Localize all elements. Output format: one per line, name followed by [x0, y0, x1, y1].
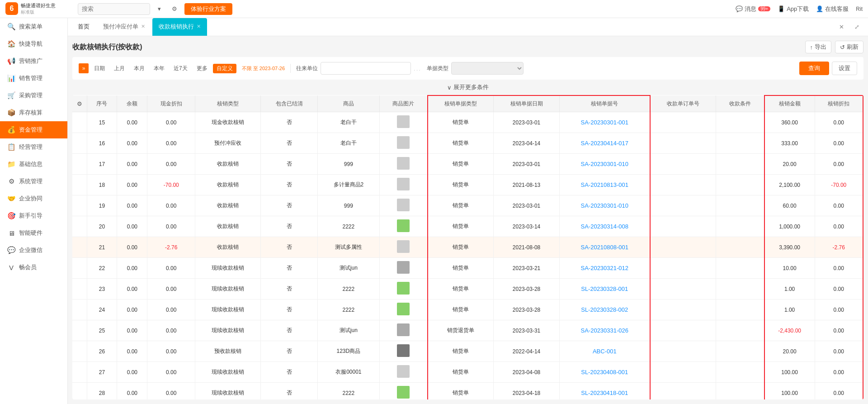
- cell-wo-amount: 333.00: [764, 133, 815, 154]
- tab-maximize[interactable]: ⤢: [851, 21, 863, 33]
- sidebar-label-7: 经营管理: [19, 143, 42, 151]
- cell-goods-img: [379, 258, 428, 279]
- sidebar-item-6[interactable]: 💰资金管理: [0, 121, 67, 138]
- expand-conditions-btn[interactable]: ∨ 展开更多条件: [447, 83, 489, 91]
- app-download-btn[interactable]: 📱 App下载: [778, 5, 809, 13]
- bill-no-link[interactable]: SL-20230328-002: [581, 306, 628, 313]
- table-row[interactable]: 17 0.00 0.00 收款核销 否 999 销货单 2023-03-01 S…: [72, 154, 863, 175]
- bill-no-link[interactable]: SL-20230418-001: [581, 390, 628, 396]
- bill-type-select[interactable]: [451, 62, 524, 75]
- table-row[interactable]: 15 0.00 0.00 现金收款核销 否 老白干 销货单 2023-03-01…: [72, 112, 863, 133]
- cell-wo-bill-date: 2023-04-08: [494, 362, 559, 383]
- sidebar-label-4: 采购管理: [19, 91, 42, 100]
- messages-btn[interactable]: 💬 消息 99+: [736, 5, 770, 13]
- date-btn-7days[interactable]: 近7天: [170, 64, 191, 73]
- bill-no-link[interactable]: SA-20230301-001: [581, 119, 629, 126]
- table-row[interactable]: 22 0.00 0.00 现续收款核销 否 测试jun 销货单 2023-03-…: [72, 258, 863, 279]
- data-table: ⚙ 序号 余额 现金折扣 核销类型 包含已结清 商品 商品图片 核销单据类型 核…: [72, 95, 863, 399]
- settings-icon[interactable]: ⚙: [168, 3, 181, 15]
- sidebar-item-0[interactable]: 🔍搜索菜单: [0, 18, 67, 35]
- bill-no-link[interactable]: SA-20230321-012: [581, 265, 629, 271]
- cell-settings: [72, 362, 87, 383]
- table-row[interactable]: 16 0.00 0.00 预付冲应收 否 老白干 销货单 2023-04-14 …: [72, 133, 863, 154]
- industry-btn[interactable]: 体验行业方案: [184, 3, 232, 15]
- table-row[interactable]: 21 0.00 -2.76 收款核销 否 测试多属性 销货单 2021-08-0…: [72, 237, 863, 258]
- dropdown-icon[interactable]: ▾: [154, 4, 165, 14]
- bill-no-link[interactable]: SA-20210813-001: [581, 181, 629, 188]
- bill-no-link[interactable]: SA-20230301-010: [581, 161, 629, 167]
- expand-label: 展开更多条件: [453, 83, 489, 91]
- tab-prepay-close[interactable]: ✕: [141, 24, 145, 29]
- tab-close-window[interactable]: ✕: [835, 21, 847, 33]
- table-row[interactable]: 28 0.00 0.00 现续收款核销 否 2222 销货单 2023-04-1…: [72, 383, 863, 400]
- bill-no-link[interactable]: SL-20230328-001: [581, 285, 628, 292]
- cell-receipt-cond: [716, 362, 764, 383]
- cell-goods: 2222: [318, 299, 380, 320]
- bill-no-link[interactable]: SA-20230314-008: [581, 223, 629, 230]
- refresh-btn[interactable]: ↺ 刷新: [835, 41, 863, 53]
- sidebar-item-3[interactable]: 📊销售管理: [0, 70, 67, 87]
- table-row[interactable]: 18 0.00 -70.00 收款核销 否 多计量商品2 销货单 2021-08…: [72, 175, 863, 195]
- sidebar-item-10[interactable]: 🤝企业协同: [0, 190, 67, 207]
- table-row[interactable]: 19 0.00 0.00 收款核销 否 999 销货单 2023-03-01 S…: [72, 195, 863, 216]
- cell-receipt-order: [650, 154, 716, 175]
- bill-no-link[interactable]: SA-20230301-010: [581, 202, 629, 209]
- top-search-input[interactable]: [78, 3, 150, 15]
- cell-receipt-order: [650, 362, 716, 383]
- date-btn-this-month[interactable]: 本月: [130, 64, 148, 73]
- app-logo: 6: [5, 2, 18, 15]
- filter-expand-arrow[interactable]: »: [79, 63, 89, 73]
- date-btn-more[interactable]: 更多: [193, 64, 211, 73]
- query-btn[interactable]: 查询: [799, 62, 829, 75]
- sidebar-item-12[interactable]: 🖥智能硬件: [0, 224, 67, 242]
- bill-no-link[interactable]: SA-20210808-001: [581, 244, 629, 251]
- bill-no-link[interactable]: SA-20230331-026: [581, 327, 629, 334]
- cell-wo-amount: 1.00: [764, 279, 815, 299]
- sidebar-item-13[interactable]: 💬企业微信: [0, 242, 67, 259]
- tab-writeoff[interactable]: 收款核销执行 ✕: [152, 18, 207, 36]
- date-btn-custom[interactable]: 自定义: [213, 64, 236, 73]
- cell-writeoff-type: 现金收款核销: [195, 112, 261, 133]
- cell-wo-bill-date: 2023-03-01: [494, 195, 559, 216]
- user-name[interactable]: Rit: [856, 6, 863, 12]
- bill-no-link[interactable]: SA-20230414-017: [581, 140, 629, 147]
- cell-included-cleared: 否: [261, 154, 318, 175]
- cell-receipt-cond: [716, 195, 764, 216]
- sidebar-item-11[interactable]: 🎯新手引导: [0, 207, 67, 224]
- sidebar-item-4[interactable]: 🛒采购管理: [0, 87, 67, 104]
- th-receipt-order: 收款单订单号: [650, 95, 716, 112]
- table-row[interactable]: 27 0.00 0.00 现续收款核销 否 衣服00001 销货单 2023-0…: [72, 362, 863, 383]
- date-btn-this-year[interactable]: 本年: [150, 64, 168, 73]
- cell-included-cleared: 否: [261, 383, 318, 400]
- cell-cash-discount: 0.00: [147, 320, 195, 341]
- export-btn[interactable]: ↑ 导出: [805, 41, 832, 53]
- sidebar-icon-0: 🔍: [7, 23, 15, 31]
- sidebar-item-8[interactable]: 📁基础信息: [0, 156, 67, 173]
- setting-btn[interactable]: 设置: [832, 62, 857, 75]
- bill-no-link[interactable]: SL-20230408-001: [581, 369, 628, 375]
- cell-receipt-order: [650, 279, 716, 299]
- sidebar-item-5[interactable]: 📦库存核算: [0, 104, 67, 121]
- tab-home[interactable]: 首页: [71, 18, 96, 36]
- sidebar-item-14[interactable]: V畅会员: [0, 259, 67, 276]
- table-row[interactable]: 24 0.00 0.00 现续收款核销 否 2222 销货单 2023-03-2…: [72, 299, 863, 320]
- online-service-btn[interactable]: 👤 在线客服: [816, 5, 849, 13]
- table-row[interactable]: 25 0.00 0.00 现续收款核销 否 测试jun 销货退货单 2023-0…: [72, 320, 863, 341]
- col-settings[interactable]: ⚙: [72, 95, 87, 112]
- date-btn-last-month[interactable]: 上月: [110, 64, 128, 73]
- table-row[interactable]: 26 0.00 0.00 预收款核销 否 123D商品 销货单 2022-04-…: [72, 341, 863, 362]
- bill-no-link[interactable]: ABC-001: [593, 348, 617, 355]
- partner-input[interactable]: [321, 62, 411, 75]
- sidebar-item-1[interactable]: 🏠快捷导航: [0, 35, 67, 52]
- sidebar-label-2: 营销推广: [19, 57, 42, 65]
- sidebar-label-3: 销售管理: [19, 74, 42, 82]
- sidebar-item-7[interactable]: 📋经营管理: [0, 138, 67, 156]
- table-row[interactable]: 20 0.00 0.00 收款核销 否 2222 销货单 2023-03-14 …: [72, 216, 863, 237]
- date-label: 日期: [94, 65, 105, 72]
- sidebar-item-2[interactable]: 📢营销推广: [0, 52, 67, 70]
- tab-prepay[interactable]: 预付冲应付单 ✕: [97, 18, 151, 36]
- sidebar-icon-7: 📋: [7, 143, 15, 151]
- table-row[interactable]: 23 0.00 0.00 现续收款核销 否 2222 销货单 2023-03-2…: [72, 279, 863, 299]
- tab-writeoff-close[interactable]: ✕: [197, 24, 201, 29]
- sidebar-item-9[interactable]: ⚙系统管理: [0, 173, 67, 190]
